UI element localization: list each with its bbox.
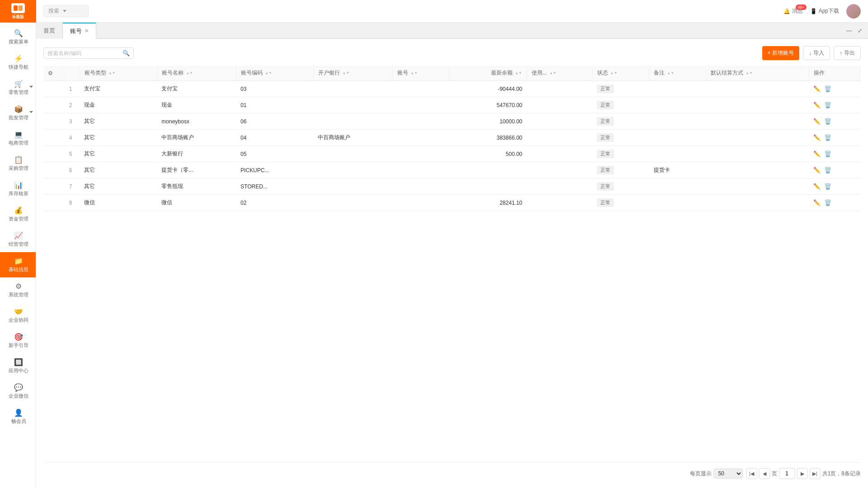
tab-home[interactable]: 首页 [36, 23, 63, 39]
messages-badge: 99+ [796, 5, 806, 10]
edit-icon[interactable]: ✏️ [813, 85, 821, 92]
th-default-settle[interactable]: 默认结算方式 ▲▼ [706, 66, 809, 81]
th-account-no[interactable]: 账号 ▲▼ [392, 66, 449, 81]
table-header: ⚙ 账号类型 ▲▼ 账号名称 ▲▼ 账号编码 ▲▼ [43, 66, 861, 81]
th-status[interactable]: 状态 ▲▼ [592, 66, 649, 81]
cell-remark [649, 195, 706, 211]
delete-icon[interactable]: 🗑️ [824, 199, 831, 206]
search-input[interactable] [47, 50, 120, 56]
sidebar-item-guide[interactable]: 🎯 新手引导 [0, 328, 36, 353]
sort-icon: ▲▼ [186, 71, 193, 75]
cell-name: 零售抵现 [157, 178, 236, 195]
delete-icon[interactable]: 🗑️ [824, 150, 831, 157]
edit-icon[interactable]: ✏️ [813, 134, 821, 141]
sidebar-item-basic[interactable]: 📁 基础信息 [0, 252, 36, 277]
cell-remark [649, 81, 706, 97]
sidebar-item-label: 企业微信 [9, 393, 28, 399]
th-type[interactable]: 账号类型 ▲▼ [80, 66, 157, 81]
sidebar-item-app-center[interactable]: 🔲 应用中心 [0, 353, 36, 379]
edit-icon[interactable]: ✏️ [813, 118, 821, 125]
sidebar-item-finance[interactable]: 💰 资金管理 [0, 202, 36, 227]
cell-name: 中百商场账户 [157, 130, 236, 146]
th-code[interactable]: 账号编码 ▲▼ [236, 66, 313, 81]
tab-account[interactable]: 账号 ✕ [63, 23, 96, 39]
page-total: 共1页，8条记录 [822, 470, 861, 478]
cell-settings [43, 146, 61, 162]
export-button[interactable]: ↑ 导出 [834, 46, 861, 60]
delete-icon[interactable]: 🗑️ [824, 102, 831, 108]
sidebar-item-wechat[interactable]: 💬 企业微信 [0, 379, 36, 404]
cell-settings [43, 113, 61, 130]
sidebar-item-label: 零售管理 [9, 89, 28, 96]
cell-name: moneybosx [157, 113, 236, 130]
delete-icon[interactable]: 🗑️ [824, 134, 831, 141]
th-remark[interactable]: 备注 ▲▼ [649, 66, 706, 81]
sidebar-item-enterprise[interactable]: 🤝 企业协同 [0, 303, 36, 328]
edit-icon[interactable]: ✏️ [813, 183, 821, 190]
content-area: 🔍 + 新增账号 ↓ 导入 ↑ 导出 ⚙ [36, 39, 868, 488]
sidebar-item-label: 电商管理 [9, 140, 28, 146]
accounts-table: ⚙ 账号类型 ▲▼ 账号名称 ▲▼ 账号编码 ▲▼ [43, 66, 861, 211]
per-page-dropdown[interactable]: 50 100 200 [713, 469, 743, 479]
tab-minimize-button[interactable]: — [844, 26, 854, 35]
tab-home-label: 首页 [43, 27, 55, 35]
edit-icon[interactable]: ✏️ [813, 102, 821, 108]
sidebar-item-retail[interactable]: 🛒 零售管理 [0, 75, 36, 100]
delete-icon[interactable]: 🗑️ [824, 183, 831, 190]
page-nav: |◀ ◀ 页 ▶ ▶| 共1页，8条记录 [746, 468, 861, 479]
sidebar-item-system[interactable]: ⚙ 系统管理 [0, 277, 36, 303]
search-box[interactable]: 🔍 [43, 47, 134, 59]
tab-maximize-button[interactable]: ⤢ [855, 26, 864, 35]
last-page-button[interactable]: ▶| [810, 468, 821, 479]
th-settings[interactable]: ⚙ [43, 66, 61, 81]
sidebar-item-member[interactable]: 👤 畅会员 [0, 404, 36, 429]
cell-type: 支付宝 [80, 81, 157, 97]
prev-page-button[interactable]: ◀ [759, 468, 770, 479]
first-page-button[interactable]: |◀ [746, 468, 757, 479]
messages-button[interactable]: 🔔 消息 99+ [783, 7, 803, 15]
next-page-button[interactable]: ▶ [797, 468, 808, 479]
delete-icon[interactable]: 🗑️ [824, 118, 831, 125]
sidebar-item-search[interactable]: 🔍 搜索菜单 [0, 24, 36, 50]
import-button[interactable]: ↓ 导入 [803, 46, 830, 60]
svg-rect-1 [19, 5, 23, 11]
cell-account-no [392, 195, 449, 211]
cell-type: 现金 [80, 97, 157, 113]
sidebar-item-purchase[interactable]: 📋 采购管理 [0, 151, 36, 176]
sidebar-item-shortcut[interactable]: ⚡ 快捷导航 [0, 50, 36, 75]
cell-index: 8 [61, 195, 80, 211]
sort-icon: ▲▼ [265, 71, 272, 75]
edit-icon[interactable]: ✏️ [813, 167, 821, 174]
edit-icon[interactable]: ✏️ [813, 199, 821, 206]
sort-icon: ▲▼ [549, 71, 557, 75]
sidebar-item-ecommerce[interactable]: 💻 电商管理 [0, 126, 36, 151]
app-download-button[interactable]: 📱 App下载 [810, 7, 839, 15]
th-balance[interactable]: 最新余额 ▲▼ [449, 66, 527, 81]
table-row: 8 微信 微信 02 28241.10 正常 ✏️ 🗑️ [43, 195, 861, 211]
page-input[interactable] [779, 468, 795, 479]
delete-icon[interactable]: 🗑️ [824, 85, 831, 92]
cell-remark [649, 146, 706, 162]
th-usage[interactable]: 使用... ▲▼ [527, 66, 592, 81]
delete-icon[interactable]: 🗑️ [824, 167, 831, 174]
operation-icon: 📈 [14, 231, 23, 240]
cell-remark [649, 97, 706, 113]
cell-settings [43, 130, 61, 146]
user-avatar[interactable] [846, 4, 861, 19]
tab-account-label: 账号 [70, 27, 82, 35]
tab-close-icon[interactable]: ✕ [85, 28, 89, 34]
sidebar: 乐惠版 🔍 搜索菜单 ⚡ 快捷导航 🛒 零售管理 📦 批发管理 💻 电商管理 📋… [0, 0, 36, 488]
th-name[interactable]: 账号名称 ▲▼ [157, 66, 236, 81]
sidebar-item-inventory[interactable]: 📊 库存核算 [0, 176, 36, 202]
top-search-box[interactable]: 搜索 [43, 5, 89, 17]
table-row: 6 其它 提货卡（零... PICKUPC... 正常 提货卡 ✏️ 🗑️ [43, 162, 861, 178]
cell-status: 正常 [592, 97, 649, 113]
th-bank[interactable]: 开户银行 ▲▼ [313, 66, 392, 81]
sidebar-item-operation[interactable]: 📈 经营管理 [0, 227, 36, 252]
edit-icon[interactable]: ✏️ [813, 150, 821, 157]
main-area: 搜索 🔔 消息 99+ 📱 App下载 首页 账号 ✕ [36, 0, 868, 488]
cell-account-no [392, 113, 449, 130]
add-account-button[interactable]: + 新增账号 [762, 46, 799, 60]
cell-account-no [392, 162, 449, 178]
sidebar-item-wholesale[interactable]: 📦 批发管理 [0, 100, 36, 126]
